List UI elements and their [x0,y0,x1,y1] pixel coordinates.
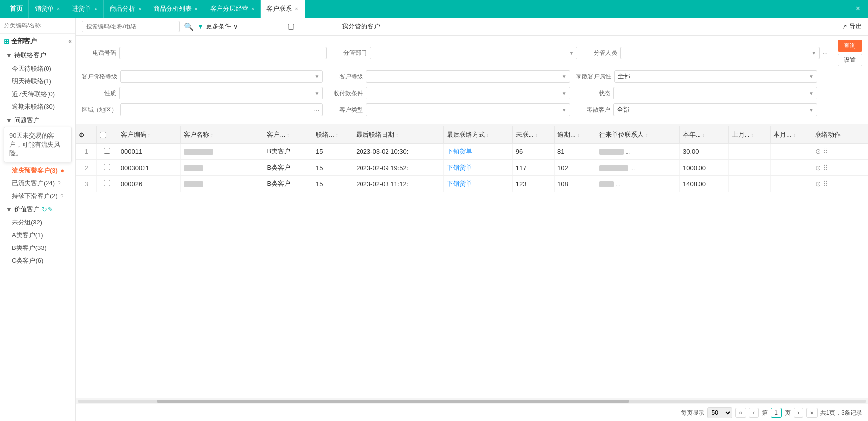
sidebar-item-churn-warning[interactable]: 流失预警客户(3) ● [0,164,75,177]
row-checkbox-2[interactable] [104,180,110,186]
next-page-button[interactable]: › [794,408,803,418]
th-last-contact-method[interactable]: 最后联络方式 ↕ [444,126,513,144]
th-last-month[interactable]: 上月... ↕ [728,126,770,144]
prev-page-button[interactable]: ‹ [749,408,759,418]
sidebar-item-ungroups[interactable]: 未分组(32) [0,216,75,229]
th-overdue[interactable]: 逾期... ↕ [555,126,596,144]
query-button[interactable]: 查询 [838,40,862,52]
more-action-icon-2[interactable]: ⠿ [823,180,828,188]
sidebar-item-c-class[interactable]: C类客户(6) [0,254,75,267]
td-last-method-2[interactable]: 下销货单 [444,176,513,192]
nature-arrow: ▼ [314,91,319,96]
filter-customer-level-label: 客户等级 [329,73,363,81]
contact-action-icon-1[interactable]: ⊙ [815,164,821,172]
th-this-year[interactable]: 本年... ↕ [680,126,729,144]
first-page-button[interactable]: « [735,408,747,418]
sidebar-search-input[interactable] [4,22,76,29]
close-customer-tier-tab[interactable]: × [251,6,254,12]
th-contact[interactable]: 联络... ↕ [313,126,353,144]
filter-phone-input[interactable] [119,47,327,59]
th-settings[interactable]: ⚙ [76,126,97,144]
value-customer-header[interactable]: ▼ 价值客户 ↻ ✎ [0,202,75,216]
collapse-sidebar-btn[interactable]: « [68,38,72,45]
th-name[interactable]: 客户名称 ↕ [180,126,264,144]
sidebar-item-7days[interactable]: 近7天待联络(0) [0,88,75,100]
filter-price-level-select[interactable]: ▼ [120,70,323,83]
th-not-contacted[interactable]: 未联... ↕ [512,126,554,144]
edit-icon[interactable]: ✎ [48,206,53,213]
per-page-select[interactable]: 20 50 100 [707,407,732,418]
sidebar-item-overdue-contact[interactable]: 逾期未联络(30) [0,100,75,113]
th-code[interactable]: 客户编码 ↕ [118,126,180,144]
filter-payment-select[interactable]: ▼ [366,87,570,99]
filter-sparse-attr-select[interactable]: 全部 ▼ [614,70,817,83]
td-checkbox-2[interactable] [97,176,118,192]
filter-sparse-customer-select[interactable]: 全部 ▼ [613,103,817,116]
nav-customer-tier[interactable]: 客户分层经营 × [204,0,261,18]
nav-home[interactable]: 首页 [4,0,29,18]
close-analysis-tab[interactable]: × [138,6,141,12]
all-customers-header[interactable]: ⊞ 全部客户 « [0,34,75,49]
sidebar-item-declining[interactable]: 持续下滑客户(2) ? [0,190,75,202]
export-button[interactable]: ↗ 导出 [842,22,862,31]
window-close-btn[interactable]: × [852,4,864,13]
ty-sort-icon: ↕ [702,132,705,138]
sidebar-item-tomorrow[interactable]: 明天待联络(1) [0,75,75,88]
td-checkbox-1[interactable] [97,160,118,176]
last-method-link-2[interactable]: 下销货单 [447,180,472,187]
close-purchase-tab[interactable]: × [94,6,97,12]
more-filter-button[interactable]: ▼ 更多条件 ∨ [197,22,238,31]
pending-contact-header[interactable]: ▼ 待联络客户 [0,49,75,62]
td-last-method-0[interactable]: 下销货单 [444,144,513,160]
problem-customer-header[interactable]: ▼ 问题客户 [0,113,75,127]
nav-sales[interactable]: 销货单 × [29,0,66,18]
contact-action-icon-2[interactable]: ⊙ [815,180,821,188]
filter-person-select[interactable]: ▼ [620,47,820,59]
th-last-contact-date[interactable]: 最后联络日期 ↕ [353,126,444,144]
th-contact-person[interactable]: 往来单位联系人 ↕ [596,126,680,144]
filter-dept: 分管部门 ▼ [333,47,578,59]
horizontal-scrollbar[interactable] [76,398,868,404]
row-checkbox-1[interactable] [104,164,110,170]
settings-icon[interactable]: ⚙ [79,131,85,139]
select-all-checkbox[interactable] [100,132,106,138]
my-customers-checkbox[interactable] [242,24,340,30]
nav-purchase[interactable]: 进货单 × [66,0,103,18]
th-this-month[interactable]: 本月... ↕ [770,126,812,144]
person-dots[interactable]: ··· [822,50,828,57]
sidebar-item-a-class[interactable]: A类客户(1) [0,229,75,242]
more-action-icon-0[interactable]: ⠿ [823,148,828,155]
close-customer-contact-tab[interactable]: × [295,6,298,12]
sidebar-item-today[interactable]: 今天待联络(0) [0,62,75,75]
contact-action-icon-0[interactable]: ⊙ [815,148,821,155]
filter-customer-type-select[interactable]: ▼ [366,103,570,116]
scroll-track[interactable] [78,400,866,403]
last-method-link-1[interactable]: 下销货单 [447,164,472,171]
my-customers-checkbox-label[interactable]: 我分管的客户 [242,22,380,31]
filter-customer-level-select[interactable]: ▼ [366,70,570,83]
refresh-icon[interactable]: ↻ [42,206,47,213]
nav-customer-contact[interactable]: 客户联系 × [261,0,304,18]
close-analysis-list-tab[interactable]: × [194,6,197,12]
setting-button[interactable]: 设置 [838,54,862,66]
scroll-thumb[interactable] [157,400,629,403]
search-input[interactable] [82,21,180,32]
nav-analysis-list[interactable]: 商品分析列表 × [147,0,204,18]
filter-dept-select[interactable]: ▼ [370,47,578,59]
last-method-link-0[interactable]: 下销货单 [447,148,472,155]
more-action-icon-1[interactable]: ⠿ [823,164,828,172]
sidebar-item-churned[interactable]: 已流失客户(24) ? [0,177,75,190]
search-button[interactable]: 🔍 [184,22,193,31]
th-customer-type[interactable]: 客户... ↕ [264,126,313,144]
filter-region-select[interactable]: ··· [120,103,323,116]
close-sales-tab[interactable]: × [57,6,60,12]
region-dots[interactable]: ··· [314,106,319,114]
sidebar-item-b-class[interactable]: B类客户(33) [0,242,75,254]
td-checkbox-0[interactable] [97,144,118,160]
row-checkbox-0[interactable] [104,148,110,154]
filter-status-select[interactable]: ▼ [613,87,817,99]
td-last-method-1[interactable]: 下销货单 [444,160,513,176]
nav-analysis[interactable]: 商品分析 × [104,0,147,18]
filter-nature-select[interactable]: ▼ [119,87,323,99]
last-page-button[interactable]: » [806,408,818,418]
